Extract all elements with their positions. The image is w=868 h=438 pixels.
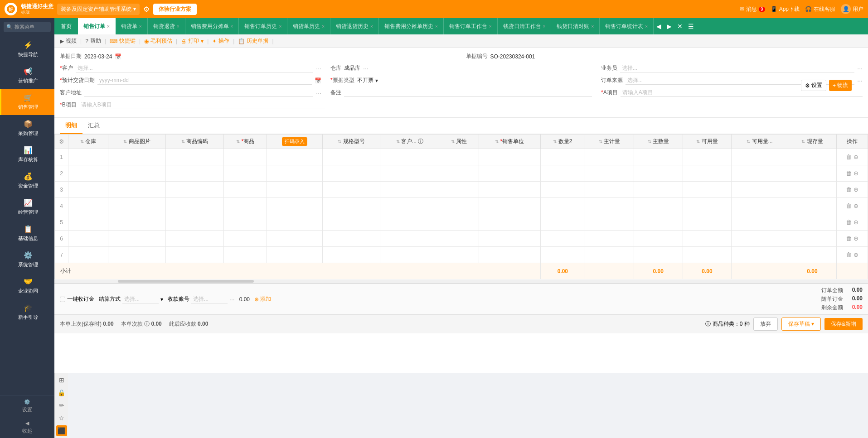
sidebar-item-quick-nav[interactable]: ⚡ 快捷导航: [0, 36, 54, 63]
sidebar-collapse-button[interactable]: ◀ 收起: [0, 417, 54, 438]
sidebar-item-operations[interactable]: 📈 经营管理: [0, 194, 54, 220]
sidebar-item-system[interactable]: ⚙️ 系统管理: [0, 246, 54, 273]
tab-sales-order[interactable]: 销售订单 ×: [78, 18, 116, 34]
copy-icon[interactable]: ⊕: [853, 251, 858, 258]
tab-menu-button[interactable]: ☰: [685, 23, 697, 30]
tab-close-all-button[interactable]: ✕: [674, 23, 685, 30]
customer-input[interactable]: [76, 64, 314, 72]
right-icon-5[interactable]: ⬛: [56, 425, 67, 436]
add-logistics-button[interactable]: + 物流: [829, 80, 852, 91]
address-dots-button[interactable]: ···: [316, 89, 321, 96]
industry-button[interactable]: 体验行业方案: [153, 4, 197, 15]
close-tab-icon[interactable]: ×: [177, 24, 179, 29]
warehouse-dots-button[interactable]: ···: [363, 65, 369, 72]
account-input[interactable]: [191, 295, 228, 303]
message-button[interactable]: ✉ 消息 9: [740, 5, 765, 13]
view-video-button[interactable]: ▶ 视频: [60, 37, 77, 45]
close-tab-icon[interactable]: ×: [645, 24, 648, 29]
sidebar-item-basic-info[interactable]: 📋 基础信息: [0, 220, 54, 246]
copy-icon[interactable]: ⊕: [853, 186, 858, 193]
print-button[interactable]: 🖨 打印 ▾: [181, 37, 204, 45]
sidebar-item-sales[interactable]: 🛒 销售管理: [0, 89, 54, 115]
invoice-type-select[interactable]: 不开票 ▾: [357, 77, 378, 84]
tab-expense-history[interactable]: 销售费用分摊单历史 ×: [379, 18, 444, 34]
app-download-button[interactable]: 📱 App下载: [771, 5, 800, 13]
sidebar-item-finance[interactable]: 💰 资金管理: [0, 168, 54, 194]
tab-home[interactable]: 首页: [54, 18, 78, 34]
tab-daily-workbench[interactable]: 钱货日清工作台 ×: [498, 18, 552, 34]
tab-sales-expense[interactable]: 销售费用分摊单 ×: [185, 18, 239, 34]
customer-dots-button[interactable]: ···: [316, 65, 321, 72]
online-service-button[interactable]: 🎧 在线客服: [805, 5, 835, 13]
close-tab-icon[interactable]: ×: [139, 24, 142, 29]
delete-icon[interactable]: 🗑: [846, 170, 852, 177]
tab-summary[interactable]: 汇总: [82, 118, 105, 134]
user-menu[interactable]: 👤 用户: [841, 4, 863, 14]
delete-icon[interactable]: 🗑: [846, 235, 852, 242]
close-tab-icon[interactable]: ×: [370, 24, 373, 29]
right-icon-3[interactable]: ✏: [56, 400, 67, 411]
delete-icon[interactable]: 🗑: [846, 186, 852, 193]
profit-button[interactable]: ◉ 毛利预估: [144, 37, 172, 45]
delivery-calendar-icon[interactable]: 📅: [315, 77, 321, 84]
tab-sales-report[interactable]: 销售订单统计表 ×: [600, 18, 654, 34]
copy-icon[interactable]: ⊕: [853, 219, 858, 226]
col-gear-header[interactable]: ⚙: [55, 135, 68, 149]
help-button[interactable]: ? 帮助: [85, 37, 101, 45]
sidebar-item-enterprise[interactable]: 🤝 企业协同: [0, 273, 54, 299]
tab-detail[interactable]: 明细: [60, 118, 82, 134]
delivery-date-input[interactable]: [97, 76, 312, 85]
delete-icon[interactable]: 🗑: [846, 219, 852, 226]
save-new-button[interactable]: 保存&新增: [824, 318, 863, 330]
delete-icon[interactable]: 🗑: [846, 251, 852, 258]
calendar-icon[interactable]: 📅: [115, 53, 121, 60]
order-source-dots-button[interactable]: ···: [857, 77, 863, 84]
address-input[interactable]: [84, 88, 313, 97]
tab-daily-reconcile[interactable]: 钱货日清对账 ×: [551, 18, 600, 34]
salesperson-input[interactable]: [620, 64, 854, 72]
horizontal-scrollbar[interactable]: [118, 280, 254, 283]
tab-next-button[interactable]: ▶: [664, 23, 674, 30]
shortcut-button[interactable]: ⌨ 快捷键: [110, 37, 136, 45]
close-tab-icon[interactable]: ×: [279, 24, 281, 29]
tab-return-history[interactable]: 销货退货历史 ×: [330, 18, 379, 34]
system-name[interactable]: 装备及固定资产辅助管理系统 ▾: [57, 4, 140, 15]
tab-sales-return[interactable]: 销货退货 ×: [148, 18, 185, 34]
tab-invoice-history[interactable]: 销货单历史 ×: [287, 18, 330, 34]
sidebar-item-inventory[interactable]: 📊 库存核算: [0, 141, 54, 168]
gear-icon[interactable]: ⚙: [143, 5, 150, 14]
close-tab-icon[interactable]: ×: [322, 24, 325, 29]
close-tab-icon[interactable]: ×: [435, 24, 438, 29]
copy-icon[interactable]: ⊕: [853, 170, 858, 177]
tab-order-workbench[interactable]: 销售订单工作台 ×: [444, 18, 498, 34]
add-payment-button[interactable]: ⊕ 添加: [254, 295, 271, 303]
close-tab-icon[interactable]: ×: [231, 24, 233, 29]
salesperson-dots-button[interactable]: ···: [857, 65, 863, 72]
history-button[interactable]: 📋 历史单据: [238, 37, 268, 45]
operation-button[interactable]: ✦ 操作: [212, 37, 229, 45]
tab-sales-order-history[interactable]: 销售订单历史 ×: [239, 18, 287, 34]
payment-method-input[interactable]: [122, 295, 159, 303]
right-icon-2[interactable]: 🔒: [56, 387, 67, 398]
one-click-checkbox[interactable]: [60, 297, 65, 302]
sidebar-item-guide[interactable]: 🎓 新手引导: [0, 299, 54, 325]
barcode-entry-button[interactable]: 扫码录入: [282, 137, 307, 146]
save-draft-button[interactable]: 保存草稿 ▾: [781, 318, 821, 331]
settings-float-button[interactable]: ⚙ 设置: [801, 80, 826, 91]
close-tab-icon[interactable]: ×: [489, 24, 492, 29]
delete-icon[interactable]: 🗑: [846, 154, 852, 160]
b-project-input[interactable]: [79, 101, 325, 109]
copy-icon[interactable]: ⊕: [853, 154, 858, 160]
discard-button[interactable]: 放弃: [753, 318, 778, 331]
sidebar-item-marketing[interactable]: 📢 营销推广: [0, 63, 54, 89]
right-icon-1[interactable]: ⊞: [56, 375, 67, 385]
close-tab-icon[interactable]: ×: [543, 24, 546, 29]
tab-prev-button[interactable]: ◀: [654, 23, 664, 30]
sidebar-settings-button[interactable]: ⚙️ 设置: [0, 395, 54, 417]
col-barcode-header[interactable]: 扫码录入: [267, 135, 322, 149]
tab-sales-invoice[interactable]: 销货单 ×: [116, 18, 148, 34]
close-tab-icon[interactable]: ×: [591, 24, 594, 29]
right-icon-4[interactable]: ☆: [56, 413, 67, 424]
delete-icon[interactable]: 🗑: [846, 202, 852, 209]
copy-icon[interactable]: ⊕: [853, 202, 858, 209]
